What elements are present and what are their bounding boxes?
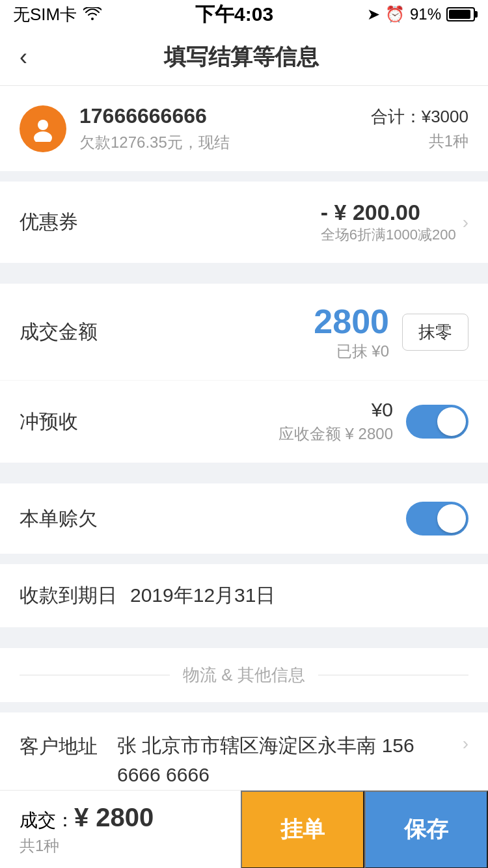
pending-button[interactable]: 挂单 <box>241 791 364 869</box>
coupon-discount: - ¥ 200.00 <box>321 200 456 225</box>
avatar <box>20 105 66 152</box>
coupon-desc: 全场6折满1000减200 <box>321 225 456 245</box>
already-erased-label: 已抹 ¥0 <box>314 341 389 362</box>
advance-right: ¥0 应收金额 ¥ 2800 <box>278 399 468 444</box>
address-label: 客户地址 <box>20 733 98 760</box>
status-left: 无SIM卡 <box>13 3 102 26</box>
status-right: ➤ ⏰ 91% <box>367 5 475 23</box>
back-button[interactable]: ‹ <box>20 44 27 71</box>
logistics-header: 物流 & 其他信息 <box>0 648 488 702</box>
customer-info: 17666666666 欠款1276.35元，现结 <box>79 104 230 153</box>
svg-point-0 <box>38 120 48 130</box>
advance-label: 冲预收 <box>20 409 78 435</box>
advance-row: 冲预收 ¥0 应收金额 ¥ 2800 <box>0 381 488 463</box>
chevron-right-icon: › <box>463 212 468 233</box>
deal-amount-section: 成交金额 2800 已抹 ¥0 抹零 冲预收 ¥0 应收金额 ¥ 2800 <box>0 284 488 463</box>
advance-toggle-knob <box>437 407 466 436</box>
section-divider-2 <box>0 473 488 483</box>
debt-toggle-knob <box>437 504 466 533</box>
status-bar: 无SIM卡 下午4:03 ➤ ⏰ 91% <box>0 0 488 29</box>
round-button[interactable]: 抹零 <box>402 314 468 351</box>
bottom-deal-row: 成交：¥ 2800 <box>20 803 221 833</box>
total-count: 共1种 <box>371 131 468 152</box>
due-date-value: 2019年12月31日 <box>130 582 275 609</box>
bottom-deal-amount: ¥ 2800 <box>74 803 154 832</box>
advance-note: 应收金额 ¥ 2800 <box>278 424 393 444</box>
location-icon: ➤ <box>367 5 380 23</box>
bottom-bar: 成交：¥ 2800 共1种 挂单 保存 <box>0 790 488 868</box>
nav-bar: ‹ 填写结算等信息 <box>0 29 488 86</box>
coupon-label: 优惠券 <box>20 209 78 236</box>
svg-point-1 <box>34 131 52 142</box>
deal-amount-value: 2800 <box>314 302 389 341</box>
page-title: 填写结算等信息 <box>40 42 442 72</box>
customer-phone: 17666666666 <box>79 104 230 128</box>
deal-amount-label: 成交金额 <box>20 319 98 346</box>
advance-amount-container: ¥0 应收金额 ¥ 2800 <box>278 399 393 444</box>
bottom-deal-label: 成交： <box>20 810 74 830</box>
status-time: 下午4:03 <box>195 1 273 28</box>
battery-icon <box>446 7 475 21</box>
bottom-summary: 成交：¥ 2800 共1种 <box>0 803 241 856</box>
advance-toggle[interactable] <box>406 405 468 439</box>
due-date-row: 收款到期日 2019年12月31日 <box>0 564 488 627</box>
section-divider-1 <box>0 273 488 284</box>
wifi-icon <box>83 5 102 25</box>
advance-amount: ¥0 <box>278 399 393 421</box>
save-button[interactable]: 保存 <box>364 791 488 869</box>
address-chevron-icon: › <box>463 733 468 754</box>
debt-toggle[interactable] <box>406 502 468 536</box>
customer-debt: 欠款1276.35元，现结 <box>79 132 230 153</box>
deal-amount-right: 2800 已抹 ¥0 抹零 <box>314 302 468 362</box>
customer-total: 合计：¥3000 共1种 <box>371 105 468 152</box>
logistics-line-left <box>20 675 170 675</box>
customer-left: 17666666666 欠款1276.35元，现结 <box>20 104 230 153</box>
bottom-count: 共1种 <box>20 835 221 856</box>
due-date-label: 收款到期日 <box>20 582 117 609</box>
battery-label: 91% <box>410 5 441 23</box>
coupon-row[interactable]: 优惠券 - ¥ 200.00 全场6折满1000减200 › <box>0 182 488 263</box>
coupon-right: - ¥ 200.00 全场6折满1000减200 › <box>321 200 468 245</box>
logistics-title: 物流 & 其他信息 <box>183 664 305 686</box>
debt-section: 本单赊欠 <box>0 483 488 554</box>
debt-label: 本单赊欠 <box>20 506 98 532</box>
logistics-section: 物流 & 其他信息 <box>0 648 488 702</box>
address-value: 张 北京市市辖区海淀区永丰南 156 6666 6666 <box>117 731 456 789</box>
section-divider-3 <box>0 638 488 648</box>
debt-row: 本单赊欠 <box>0 483 488 554</box>
deal-amount-row: 成交金额 2800 已抹 ¥0 抹零 <box>0 284 488 381</box>
alarm-icon: ⏰ <box>385 5 405 23</box>
logistics-line-right <box>318 675 468 675</box>
total-label: 合计：¥3000 <box>371 105 468 128</box>
carrier-label: 无SIM卡 <box>13 3 77 26</box>
customer-card: 17666666666 欠款1276.35元，现结 合计：¥3000 共1种 <box>0 86 488 171</box>
